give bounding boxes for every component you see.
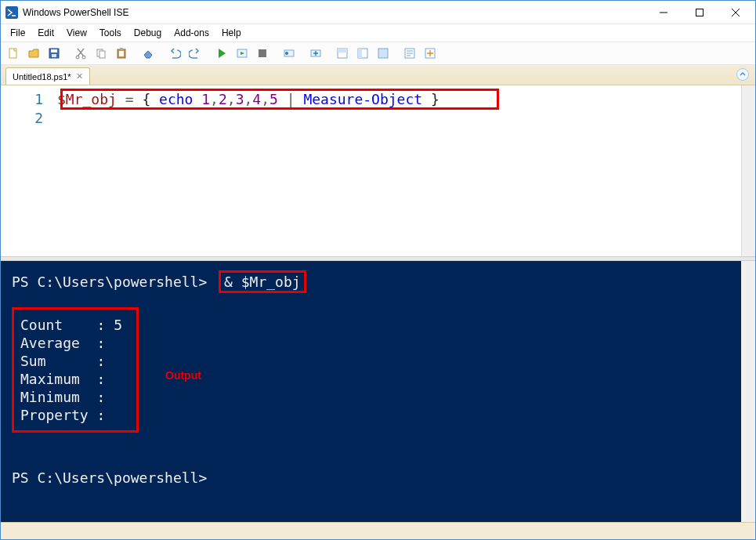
menu-file[interactable]: File: [4, 26, 31, 40]
menu-view[interactable]: View: [60, 26, 93, 40]
window-title: Windows PowerShell ISE: [23, 7, 646, 18]
menu-debug[interactable]: Debug: [128, 26, 168, 40]
menu-edit[interactable]: Edit: [31, 26, 60, 40]
svg-rect-14: [259, 49, 266, 57]
svg-rect-9: [99, 51, 105, 58]
editor-tabs: Untitled18.ps1* ✕: [1, 65, 755, 85]
output-line: Minimum :: [20, 388, 122, 406]
clear-button[interactable]: [139, 44, 157, 63]
layout-full-button[interactable]: [374, 44, 392, 63]
line-number: 1: [1, 90, 43, 109]
editor-scrollbar[interactable]: [741, 85, 755, 256]
annotation-label: Output: [165, 369, 201, 382]
console-scrollbar[interactable]: [741, 261, 755, 522]
run-selection-button[interactable]: [233, 44, 251, 63]
svg-rect-12: [120, 48, 123, 50]
output-line: Count : 5: [20, 316, 122, 334]
layout-script-top-button[interactable]: [333, 44, 352, 63]
svg-rect-1: [696, 9, 704, 16]
annotation-box: Count : 5 Average : Sum : Maximum : Mini…: [12, 307, 139, 433]
code-area[interactable]: $Mr_obj = { echo 1,2,3,4,5 | Measure-Obj…: [57, 85, 741, 256]
blank: [12, 433, 744, 469]
run-button[interactable]: [212, 44, 231, 63]
cut-button[interactable]: [71, 44, 90, 63]
redo-button[interactable]: [186, 44, 204, 63]
show-command-addon-button[interactable]: [421, 44, 439, 63]
svg-point-16: [285, 52, 288, 55]
annotation-box: & $Mr_obj: [219, 270, 306, 293]
toolbar: [1, 42, 755, 65]
status-bar: [1, 522, 755, 539]
breakpoint-button[interactable]: [280, 44, 298, 63]
layout-side-button[interactable]: [353, 44, 372, 63]
tab-close-icon[interactable]: ✕: [76, 71, 83, 82]
paste-button[interactable]: [112, 44, 131, 63]
svg-rect-5: [52, 54, 56, 57]
line-number: 2: [1, 109, 43, 128]
console-line: PS C:\Users\powershell>: [12, 469, 744, 487]
show-command-button[interactable]: [400, 44, 419, 63]
output-line: Sum :: [20, 352, 122, 370]
new-file-button[interactable]: [4, 44, 23, 63]
line-gutter: 1 2: [1, 85, 57, 256]
title-bar: Windows PowerShell ISE: [1, 1, 755, 24]
collapse-script-pane-button[interactable]: [736, 68, 749, 81]
new-remote-button[interactable]: [306, 44, 325, 63]
open-button[interactable]: [24, 44, 43, 63]
close-button[interactable]: [718, 1, 754, 24]
svg-rect-4: [51, 49, 57, 53]
output-line: Average :: [20, 334, 122, 352]
svg-rect-19: [338, 49, 347, 53]
app-icon: [5, 6, 18, 19]
menu-addons[interactable]: Add-ons: [168, 26, 215, 40]
menu-help[interactable]: Help: [215, 26, 248, 40]
svg-rect-22: [378, 49, 388, 58]
svg-rect-11: [119, 51, 124, 56]
tab-untitled[interactable]: Untitled18.ps1* ✕: [5, 67, 90, 85]
output-line: Property :: [20, 406, 122, 424]
copy-button[interactable]: [92, 44, 110, 63]
minimize-button[interactable]: [646, 1, 682, 24]
console-line: PS C:\Users\powershell> & $Mr_obj: [12, 270, 744, 293]
code-line: $Mr_obj = { echo 1,2,3,4,5 | Measure-Obj…: [57, 90, 741, 109]
script-editor[interactable]: 1 2 $Mr_obj = { echo 1,2,3,4,5 | Measure…: [1, 85, 755, 256]
svg-rect-21: [358, 49, 362, 58]
output-line: Maximum :: [20, 370, 122, 388]
prompt: PS C:\Users\powershell>: [12, 274, 215, 290]
maximize-button[interactable]: [682, 1, 718, 24]
undo-button[interactable]: [165, 44, 184, 63]
save-button[interactable]: [45, 44, 63, 63]
console-pane[interactable]: PS C:\Users\powershell> & $Mr_obj Count …: [1, 261, 755, 522]
tab-label: Untitled18.ps1*: [13, 72, 71, 82]
menu-tools[interactable]: Tools: [93, 26, 128, 40]
menu-bar: File Edit View Tools Debug Add-ons Help: [1, 24, 755, 42]
stop-button[interactable]: [253, 44, 272, 63]
